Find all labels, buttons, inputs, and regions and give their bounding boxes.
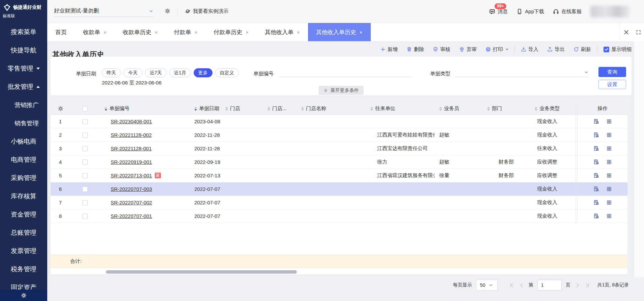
toolbar-button[interactable]: 删除: [407, 46, 424, 53]
sidebar-item[interactable]: 发票管理: [0, 242, 47, 260]
doc-search-icon[interactable]: [593, 200, 599, 205]
row-checkbox[interactable]: [70, 182, 100, 196]
column-header-partner[interactable]: 往来单位: [366, 103, 435, 115]
column-header-store[interactable]: 门店: [221, 103, 263, 115]
sort-arrows-icon[interactable]: [225, 107, 228, 111]
app-download-button[interactable]: App下载: [516, 8, 544, 15]
date-pill[interactable]: 近1月: [169, 68, 191, 77]
tab[interactable]: 收款单×: [75, 23, 115, 41]
doc-no-link[interactable]: SR-20220707-002: [111, 200, 152, 205]
last-page-icon[interactable]: [584, 282, 590, 288]
next-page-icon[interactable]: [575, 282, 580, 288]
toolbar-button[interactable]: 新增: [380, 46, 398, 53]
table-row[interactable]: 6SR-20220707-0032022-07-07现金收入: [51, 182, 627, 196]
support-button[interactable]: 在线客服: [553, 8, 582, 15]
doc-no-input[interactable]: [279, 67, 411, 77]
sidebar-item[interactable]: 税务管理: [0, 260, 47, 278]
column-header-store2[interactable]: 门店...: [263, 103, 297, 115]
sort-arrows-icon[interactable]: [105, 107, 107, 111]
doc-type-select[interactable]: [455, 67, 589, 77]
date-range-value[interactable]: 2022-06-06 至 2023-06-06: [102, 80, 162, 86]
tab[interactable]: 其他收入单×: [257, 23, 308, 41]
doc-no-link[interactable]: SR-20221128-002: [111, 132, 151, 138]
sidebar-item[interactable]: 营销推广: [3, 96, 47, 114]
messages-button[interactable]: 99+ 消息: [489, 8, 508, 15]
per-page-select[interactable]: 50: [476, 280, 498, 291]
date-pill[interactable]: 今天: [123, 68, 142, 77]
row-checkbox[interactable]: [70, 128, 100, 142]
doc-search-icon[interactable]: [593, 146, 599, 151]
tab-close-icon[interactable]: ×: [195, 29, 198, 35]
tab[interactable]: 首页: [47, 23, 75, 41]
sidebar-item[interactable]: 库存核算: [0, 187, 47, 205]
column-header-dept[interactable]: 部门: [482, 103, 519, 115]
doc-no-link[interactable]: SR-20220919-001: [111, 159, 152, 165]
doc-no-link[interactable]: SR-20220707-003: [111, 186, 152, 192]
date-pill[interactable]: 更多: [194, 68, 213, 77]
toolbar-button[interactable]: 审核: [433, 46, 450, 53]
demo-link[interactable]: 我要看实例演示: [185, 8, 228, 15]
first-page-icon[interactable]: [509, 282, 515, 288]
sidebar-item[interactable]: 采购管理: [0, 169, 47, 187]
toolbar-button[interactable]: 导出: [547, 46, 565, 53]
tab[interactable]: 付款单×: [166, 23, 206, 41]
doc-search-icon[interactable]: [593, 119, 599, 124]
sort-arrows-icon[interactable]: [535, 107, 537, 111]
toolbar-button[interactable]: 刷新: [573, 46, 591, 53]
tab-close-icon[interactable]: ×: [297, 29, 300, 35]
fullscreen-icon[interactable]: [636, 30, 641, 35]
settings-gear-icon[interactable]: [165, 8, 170, 14]
tab-close-icon[interactable]: ×: [360, 29, 363, 35]
select-all-checkbox[interactable]: [70, 103, 100, 115]
expand-more-filters-button[interactable]: 展开更多条件: [319, 86, 364, 95]
tab[interactable]: 付款单历史×: [205, 23, 257, 41]
org-selector[interactable]: 好业财测试-量勿删: [54, 5, 153, 17]
grid-icon[interactable]: [607, 186, 612, 192]
table-row[interactable]: 8SR-20220707-0012022-07-07现金收入: [51, 209, 627, 223]
doc-search-icon[interactable]: [593, 186, 599, 192]
sidebar-item[interactable]: 电商管理: [0, 151, 47, 169]
doc-search-icon[interactable]: [593, 132, 599, 138]
row-checkbox[interactable]: [70, 142, 100, 155]
tab[interactable]: 收款单历史×: [115, 23, 166, 41]
grid-icon[interactable]: [607, 173, 612, 178]
close-icon[interactable]: [623, 29, 629, 35]
page-number-input[interactable]: [537, 280, 562, 291]
user-avatar[interactable]: [590, 6, 629, 17]
doc-no-link[interactable]: SR-20230408-001: [111, 119, 152, 124]
table-row[interactable]: 1SR-20230408-0012023-04-08现金收入: [51, 115, 627, 128]
grid-icon[interactable]: [607, 132, 612, 137]
tab-close-icon[interactable]: ×: [246, 29, 249, 35]
column-header-date[interactable]: 单据日期: [177, 103, 221, 115]
row-checkbox[interactable]: [70, 169, 100, 182]
toolbar-button[interactable]: 弃审: [459, 46, 477, 53]
tab-close-icon[interactable]: ×: [155, 29, 158, 35]
table-row[interactable]: 3SR-20221128-0012022-11-28江西宝达有限责任公司往来收入: [51, 142, 627, 155]
grid-icon[interactable]: [607, 159, 612, 165]
sidebar-item[interactable]: 资金管理: [0, 205, 47, 224]
horizontal-scrollbar-thumb[interactable]: [106, 270, 297, 274]
table-row[interactable]: 7SR-20220707-0022022-07-07现金收入: [51, 196, 627, 209]
row-checkbox[interactable]: [70, 115, 100, 128]
table-row[interactable]: 4SR-20220919-0012022-09-19徐力赵敏财务部应收调整: [51, 155, 627, 169]
sort-arrows-icon[interactable]: [194, 107, 197, 111]
table-row[interactable]: 2SR-20221128-0022022-11-28江西真可爱布娃娃有限责任..…: [51, 128, 627, 142]
date-pill[interactable]: 昨天: [102, 68, 121, 77]
sidebar-item[interactable]: 总账管理: [0, 224, 47, 242]
sort-arrows-icon[interactable]: [301, 107, 304, 111]
sidebar-item[interactable]: 搜索菜单: [0, 23, 47, 41]
sort-arrows-icon[interactable]: [268, 107, 270, 111]
sidebar-item[interactable]: 零售管理: [0, 59, 47, 78]
gear-icon[interactable]: [21, 293, 27, 298]
grid-icon[interactable]: [607, 200, 612, 205]
toolbar-button[interactable]: 导入: [521, 46, 538, 53]
sidebar-footer[interactable]: [0, 290, 47, 301]
grid-icon[interactable]: [607, 146, 612, 151]
row-checkbox[interactable]: [70, 155, 100, 169]
doc-search-icon[interactable]: [593, 173, 599, 178]
grid-icon[interactable]: [607, 214, 612, 219]
doc-search-icon[interactable]: [593, 213, 599, 219]
sort-arrows-icon[interactable]: [370, 107, 373, 111]
doc-no-link[interactable]: SR-20221128-001: [111, 146, 151, 151]
tab-close-icon[interactable]: ×: [104, 29, 107, 35]
